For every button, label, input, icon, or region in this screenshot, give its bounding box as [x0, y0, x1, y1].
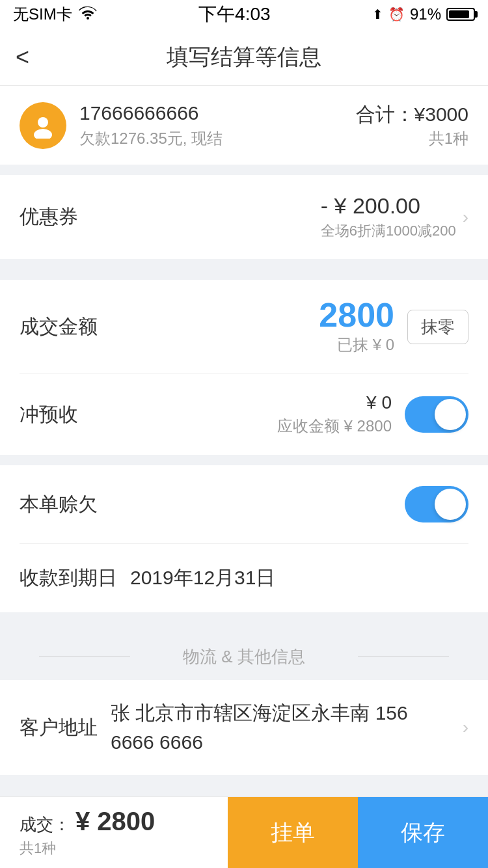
prepay-right: ¥ 0 应收金额 ¥ 2800	[277, 392, 468, 437]
section-gap-1	[0, 269, 488, 280]
coupon-label: 优惠券	[20, 204, 78, 230]
status-time: 下午4:03	[198, 2, 271, 27]
amount-right: 2800 已抹 ¥ 0 抹零	[319, 298, 468, 355]
round-button[interactable]: 抹零	[407, 310, 468, 344]
amount-value: 2800	[319, 298, 394, 332]
prepay-sub: 应收金额 ¥ 2800	[277, 416, 392, 437]
prepay-toggle[interactable]	[405, 396, 468, 433]
svg-point-1	[34, 129, 52, 139]
amount-row: 成交金额 2800 已抹 ¥ 0 抹零	[0, 280, 488, 373]
deal-amount-label: 成交金额	[20, 314, 98, 340]
battery-icon	[446, 8, 475, 21]
address-row[interactable]: 客户地址 张 北京市市辖区海淀区永丰南 156 6666 6666 ›	[0, 680, 488, 775]
bottom-count: 共1种	[20, 839, 208, 858]
prepay-toggle-knob	[435, 399, 466, 430]
status-left: 无SIM卡	[13, 4, 97, 25]
carrier-label: 无SIM卡	[13, 4, 72, 25]
content: 17666666666 欠款1276.35元, 现结 合计：¥3000 共1种 …	[0, 86, 488, 868]
due-date-label: 收款到期日	[20, 565, 117, 591]
bottom-deal-label: 成交：	[20, 813, 70, 836]
amount-section: 成交金额 2800 已抹 ¥ 0 抹零 冲预收 ¥ 0 应收金额 ¥ 2800	[0, 280, 488, 455]
battery-percent: 91%	[410, 5, 441, 23]
amount-sub: 已抹 ¥ 0	[319, 334, 394, 355]
coupon-row[interactable]: 优惠券 - ¥ 200.00 全场6折满1000减200 ›	[0, 175, 488, 259]
debt-label: 本单赊欠	[20, 491, 98, 518]
user-phone: 17666666666	[79, 102, 223, 124]
coupon-desc: 全场6折满1000减200	[321, 221, 456, 241]
address-value: 张 北京市市辖区海淀区永丰南 156 6666 6666	[111, 698, 456, 757]
logistics-line-right	[358, 657, 449, 657]
user-debt: 欠款1276.35元, 现结	[79, 128, 223, 149]
coupon-amount: - ¥ 200.00	[321, 193, 456, 219]
amount-info: 2800 已抹 ¥ 0	[319, 298, 394, 355]
alarm-icon: ⏰	[388, 7, 405, 22]
prepay-row: 冲预收 ¥ 0 应收金额 ¥ 2800	[0, 374, 488, 455]
total-amount: 合计：¥3000	[356, 102, 468, 128]
save-button[interactable]: 保存	[358, 797, 488, 869]
debt-toggle-knob	[435, 489, 466, 520]
due-date-value: 2019年12月31日	[130, 565, 275, 591]
user-left: 17666666666 欠款1276.35元, 现结	[20, 102, 223, 149]
bottom-bar: 成交： ¥ 2800 共1种 挂单 保存	[0, 796, 488, 868]
user-info: 17666666666 欠款1276.35元, 现结	[79, 102, 223, 149]
bottom-deal-row: 成交： ¥ 2800	[20, 807, 208, 836]
prepay-label: 冲预收	[20, 401, 78, 428]
logistics-line-left	[39, 657, 130, 657]
address-label: 客户地址	[20, 714, 98, 741]
location-icon: ⬆	[372, 7, 383, 22]
svg-point-0	[38, 117, 48, 128]
debt-toggle[interactable]	[405, 486, 468, 522]
debt-row: 本单赊欠	[0, 465, 488, 543]
status-bar: 无SIM卡 下午4:03 ⬆ ⏰ 91%	[0, 0, 488, 29]
prepay-amount: ¥ 0	[277, 392, 392, 413]
user-row: 17666666666 欠款1276.35元, 现结 合计：¥3000 共1种	[0, 86, 488, 165]
address-card[interactable]: 客户地址 张 北京市市辖区海淀区永丰南 156 6666 6666 ›	[0, 680, 488, 775]
nav-bar: < 填写结算等信息	[0, 29, 488, 86]
page-title: 填写结算等信息	[167, 42, 321, 72]
wifi-icon	[79, 5, 97, 23]
user-right: 合计：¥3000 共1种	[356, 102, 468, 149]
logistics-section: 物流 & 其他信息	[0, 633, 488, 680]
total-count: 共1种	[356, 128, 468, 149]
back-button[interactable]: <	[16, 44, 29, 71]
bottom-amount: ¥ 2800	[75, 807, 155, 836]
avatar	[20, 102, 66, 149]
chevron-right-icon: ›	[463, 207, 468, 228]
user-card: 17666666666 欠款1276.35元, 现结 合计：¥3000 共1种	[0, 86, 488, 165]
coupon-card[interactable]: 优惠券 - ¥ 200.00 全场6折满1000减200 ›	[0, 175, 488, 259]
prepay-info: ¥ 0 应收金额 ¥ 2800	[277, 392, 392, 437]
debt-card: 本单赊欠 收款到期日 2019年12月31日	[0, 465, 488, 612]
pending-button[interactable]: 挂单	[228, 797, 358, 869]
status-right: ⬆ ⏰ 91%	[372, 5, 475, 23]
bottom-summary: 成交： ¥ 2800 共1种	[0, 807, 228, 858]
due-date-row: 收款到期日 2019年12月31日	[0, 544, 488, 612]
coupon-right: - ¥ 200.00 全场6折满1000减200 ›	[321, 193, 468, 241]
logistics-label: 物流 & 其他信息	[170, 645, 318, 668]
coupon-info: - ¥ 200.00 全场6折满1000减200	[321, 193, 456, 241]
section-gap-2	[0, 455, 488, 465]
address-chevron-icon: ›	[463, 717, 468, 738]
section-gap-3	[0, 623, 488, 633]
